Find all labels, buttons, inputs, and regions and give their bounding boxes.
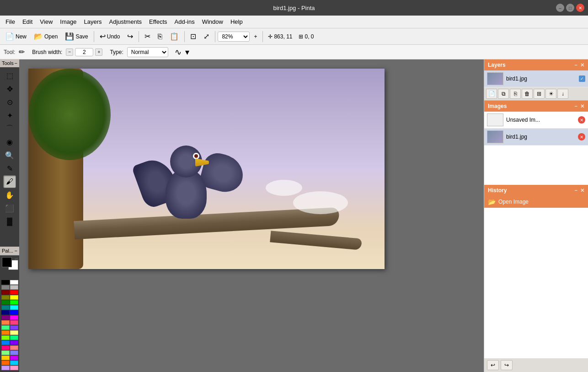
copy-layer-button[interactable]: ⎘ bbox=[510, 89, 521, 99]
color-swatch[interactable] bbox=[10, 300, 18, 305]
color-swatch[interactable] bbox=[1, 320, 10, 325]
layer-visibility[interactable]: ✓ bbox=[579, 75, 585, 82]
history-item[interactable]: 📂 Open Image bbox=[484, 196, 588, 208]
color-swatch[interactable] bbox=[1, 290, 10, 295]
tool-zoom[interactable]: 🔍 bbox=[3, 149, 16, 162]
color-swatch[interactable] bbox=[1, 325, 10, 330]
tool-brush[interactable]: 🖌 bbox=[3, 175, 16, 188]
palette-minimize-icon[interactable]: − bbox=[15, 248, 17, 253]
color-swatch[interactable] bbox=[1, 295, 10, 300]
image-close-button[interactable]: ✕ bbox=[578, 116, 585, 124]
foreground-color-swatch[interactable] bbox=[2, 257, 12, 267]
close-button[interactable]: ✕ bbox=[576, 4, 584, 12]
cut-button[interactable]: ✂ bbox=[141, 30, 154, 43]
add-layer-button[interactable]: 📄 bbox=[486, 89, 497, 99]
resize-button[interactable]: ⤢ bbox=[200, 30, 213, 43]
tool-curve[interactable]: ⌒ bbox=[3, 122, 16, 135]
brush-type-select[interactable]: Normal Ink Splatter bbox=[127, 47, 168, 57]
tool-pencil[interactable]: ✎ bbox=[3, 162, 16, 175]
curve-dropdown-icon[interactable]: ▾ bbox=[185, 47, 189, 57]
save-button[interactable]: 💾Save bbox=[62, 30, 91, 43]
menu-item-file[interactable]: File bbox=[2, 16, 19, 27]
crop-button[interactable]: ⊡ bbox=[187, 30, 199, 43]
tool-fill[interactable]: ⬛ bbox=[3, 202, 16, 215]
tool-magic-wand[interactable]: ✦ bbox=[3, 109, 16, 122]
color-swatch[interactable] bbox=[10, 350, 18, 355]
canvas-area[interactable] bbox=[19, 59, 484, 372]
duplicate-layer-button[interactable]: ⧉ bbox=[498, 89, 509, 99]
redo-button[interactable]: ↪ bbox=[124, 30, 136, 43]
copy-button[interactable]: ⎘ bbox=[155, 31, 166, 43]
color-swatch[interactable] bbox=[10, 310, 18, 315]
brush-width-input[interactable] bbox=[75, 48, 93, 56]
image-item[interactable]: Unsaved Im... ✕ bbox=[484, 112, 588, 129]
color-swatch[interactable] bbox=[1, 356, 10, 360]
tools-minimize-icon[interactable]: − bbox=[15, 60, 17, 66]
color-swatch[interactable] bbox=[10, 345, 18, 350]
tool-pan[interactable]: ✋ bbox=[3, 189, 16, 201]
maximize-button[interactable]: □ bbox=[566, 4, 574, 12]
color-swatch[interactable] bbox=[1, 345, 10, 350]
menu-item-adjustments[interactable]: Adjustments bbox=[105, 16, 145, 27]
color-swatch[interactable] bbox=[10, 335, 18, 340]
minimize-button[interactable]: – bbox=[556, 4, 564, 12]
zoom-in-button[interactable]: + bbox=[251, 32, 260, 42]
new-button[interactable]: 📄New bbox=[2, 30, 30, 43]
image-close-button[interactable]: ✕ bbox=[578, 133, 585, 140]
menu-item-layers[interactable]: Layers bbox=[80, 16, 105, 27]
open-button[interactable]: 📂Open bbox=[31, 30, 61, 43]
menu-item-help[interactable]: Help bbox=[227, 16, 246, 27]
images-panel-close[interactable]: ✕ bbox=[580, 103, 584, 109]
history-panel-close[interactable]: ✕ bbox=[580, 188, 584, 194]
menu-item-view[interactable]: View bbox=[36, 16, 56, 27]
brush-width-decrease[interactable]: − bbox=[66, 49, 73, 56]
color-swatch[interactable] bbox=[10, 361, 18, 365]
tool-gradient[interactable]: ▓ bbox=[3, 215, 16, 228]
color-swatch[interactable] bbox=[10, 325, 18, 330]
zoom-select[interactable]: 25%50%75%82%100%150%200% bbox=[218, 32, 250, 42]
color-swatch[interactable] bbox=[1, 330, 10, 335]
menu-item-image[interactable]: Image bbox=[56, 16, 80, 27]
color-swatch[interactable] bbox=[10, 305, 18, 310]
layers-panel-minimize[interactable]: − bbox=[575, 62, 577, 68]
color-swatch[interactable] bbox=[10, 315, 18, 320]
tool-move[interactable]: ✥ bbox=[3, 82, 16, 95]
color-swatch[interactable] bbox=[10, 330, 18, 335]
color-swatch[interactable] bbox=[1, 315, 10, 320]
color-swatch[interactable] bbox=[10, 340, 18, 345]
history-panel-minimize[interactable]: − bbox=[575, 188, 577, 194]
color-swatch[interactable] bbox=[1, 361, 10, 365]
menu-item-window[interactable]: Window bbox=[198, 16, 227, 27]
color-swatch[interactable] bbox=[10, 320, 18, 325]
color-swatch[interactable] bbox=[1, 280, 10, 285]
brush-width-increase[interactable]: + bbox=[95, 49, 102, 56]
color-swatch[interactable] bbox=[1, 366, 10, 370]
tool-lasso[interactable]: ⊙ bbox=[3, 96, 16, 108]
color-swatch[interactable] bbox=[1, 285, 10, 290]
layer-item[interactable]: bird1.jpg ✓ bbox=[484, 70, 588, 87]
menu-item-add-ins[interactable]: Add-ins bbox=[171, 16, 198, 27]
color-swatch[interactable] bbox=[10, 295, 18, 300]
tool-select-rectangle[interactable]: ⬚ bbox=[3, 69, 16, 82]
history-redo-button[interactable]: ↪ bbox=[501, 360, 513, 370]
image-item[interactable]: bird1.jpg ✕ bbox=[484, 129, 588, 146]
menu-item-effects[interactable]: Effects bbox=[145, 16, 171, 27]
fill-layer-button[interactable]: ⊞ bbox=[534, 89, 545, 99]
undo-button[interactable]: ↩Undo bbox=[96, 30, 123, 43]
color-swatch[interactable] bbox=[10, 290, 18, 295]
delete-layer-button[interactable]: 🗑 bbox=[522, 89, 533, 99]
color-swatch[interactable] bbox=[1, 310, 10, 315]
images-panel-minimize[interactable]: − bbox=[575, 103, 577, 109]
color-swatch[interactable] bbox=[1, 340, 10, 345]
color-swatch[interactable] bbox=[10, 285, 18, 290]
color-swatch[interactable] bbox=[10, 366, 18, 370]
paste-button[interactable]: 📋 bbox=[166, 30, 182, 43]
move-layer-down-button[interactable]: ↓ bbox=[557, 89, 568, 99]
color-swatch[interactable] bbox=[1, 305, 10, 310]
menu-item-edit[interactable]: Edit bbox=[19, 16, 36, 27]
color-swatch[interactable] bbox=[1, 350, 10, 355]
color-swatch[interactable] bbox=[10, 356, 18, 360]
tool-ellipse-select[interactable]: ◉ bbox=[3, 135, 16, 148]
color-swatch[interactable] bbox=[10, 280, 18, 285]
layers-panel-close[interactable]: ✕ bbox=[580, 62, 584, 68]
